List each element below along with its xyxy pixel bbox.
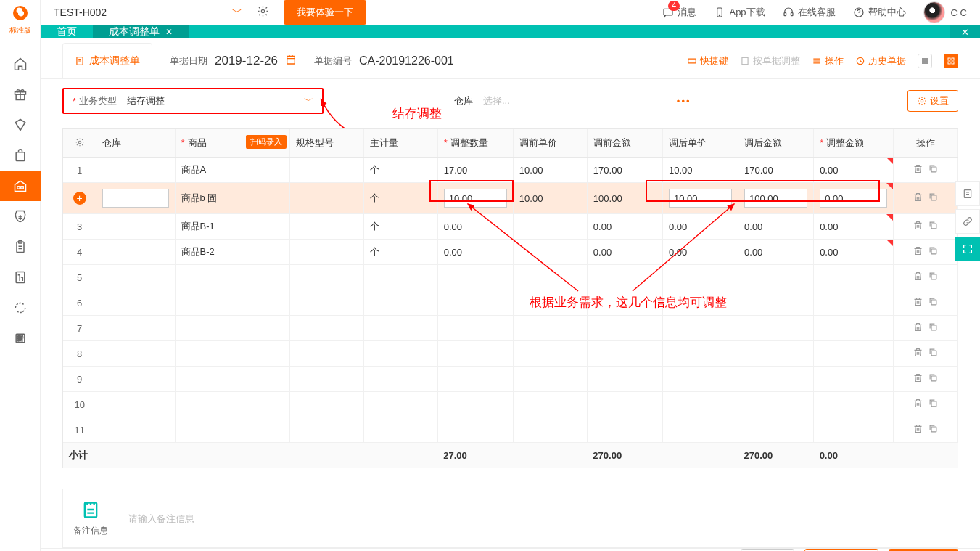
svg-rect-14	[784, 13, 786, 16]
view-list-toggle[interactable]	[918, 54, 932, 68]
gear-icon[interactable]	[257, 5, 269, 20]
svg-text:新: 新	[17, 335, 23, 342]
svg-rect-32	[931, 274, 936, 279]
list-icon	[812, 56, 822, 66]
tab-home[interactable]: 首页	[41, 25, 93, 38]
th-unit: 主计量	[363, 129, 437, 158]
post-amount-input[interactable]: 100.00	[744, 189, 807, 208]
nav-bag-icon[interactable]	[0, 140, 41, 171]
data-table: 根据业务需求，这几个信息均可调整 仓库 *商品扫码录入 规格型号 主计量 *调整…	[62, 128, 958, 468]
svg-rect-24	[948, 62, 950, 64]
copy-icon[interactable]	[928, 322, 939, 332]
table-row[interactable]: 4商品B-2个0.000.000.000.000.00	[63, 240, 958, 265]
view-grid-toggle[interactable]	[944, 54, 958, 68]
delete-icon[interactable]	[913, 163, 923, 174]
more-dots[interactable]: •••	[677, 96, 691, 107]
topbar: TEST-H002 ﹀ 我要体验一下 4 消息 App下载 在线客服 帮助中心 …	[41, 0, 980, 25]
th-qty: *调整数量	[437, 129, 513, 158]
float-link-icon[interactable]	[955, 209, 980, 234]
calendar-icon[interactable]	[285, 54, 297, 68]
copy-icon[interactable]	[928, 220, 939, 231]
delete-icon[interactable]	[913, 192, 923, 203]
delete-icon[interactable]	[913, 245, 923, 256]
table-row[interactable]: 5	[63, 265, 958, 290]
table-row[interactable]: 10	[63, 392, 958, 417]
copy-icon[interactable]	[928, 271, 939, 282]
th-spec: 规格型号	[289, 129, 363, 158]
copy-icon[interactable]	[928, 163, 939, 174]
triangle-marker	[886, 240, 893, 246]
close-icon[interactable]: ✕	[165, 27, 173, 37]
copy-icon[interactable]	[928, 372, 939, 383]
nav-new-icon[interactable]: 新	[0, 323, 41, 354]
delete-icon[interactable]	[913, 372, 923, 383]
svg-rect-38	[931, 427, 936, 432]
adj-input[interactable]: 0.00	[820, 189, 887, 208]
table-row[interactable]: 3商品B-1个0.000.000.000.000.00	[63, 214, 958, 240]
avatar[interactable]	[923, 1, 945, 23]
svg-rect-31	[931, 249, 936, 254]
svg-point-27	[78, 141, 81, 144]
nav-money-icon[interactable]	[0, 201, 41, 232]
add-row-icon[interactable]: +	[73, 192, 86, 205]
svg-rect-19	[688, 59, 696, 63]
table-row[interactable]: 11	[63, 417, 958, 443]
doc-date[interactable]: 单据日期 2019-12-26	[170, 54, 297, 68]
float-note-icon[interactable]	[955, 181, 980, 206]
table-row[interactable]: 1商品A个17.0010.00170.0010.00170.000.00	[63, 158, 958, 183]
warehouse-select[interactable]: 选择...	[483, 94, 510, 107]
business-type-select[interactable]: * 业务类型 结存调整 ﹀	[62, 88, 324, 114]
delete-icon[interactable]	[913, 398, 923, 409]
copy-icon[interactable]	[928, 245, 939, 256]
delete-icon[interactable]	[913, 220, 923, 231]
topbar-download[interactable]: App下载	[714, 6, 765, 19]
delete-icon[interactable]	[913, 271, 923, 282]
delete-icon[interactable]	[913, 423, 923, 434]
table-row[interactable]: 6	[63, 290, 958, 316]
svg-rect-28	[931, 167, 936, 172]
remark-input[interactable]	[128, 513, 947, 524]
delete-icon[interactable]	[913, 322, 923, 332]
float-expand-icon[interactable]	[955, 237, 980, 261]
tab-cost-adjust[interactable]: 成本调整单✕	[93, 25, 189, 38]
close-all-tabs[interactable]: ✕	[950, 25, 980, 38]
history-icon	[855, 56, 865, 66]
topbar-help[interactable]: 帮助中心	[853, 6, 906, 19]
ops-link[interactable]: 操作	[812, 54, 844, 68]
copy-icon[interactable]	[928, 347, 939, 358]
copy-icon[interactable]	[928, 398, 939, 409]
qty-input[interactable]: 10.00	[444, 189, 507, 208]
nav-sync-icon[interactable]	[0, 293, 41, 323]
nav-warehouse-icon[interactable]	[0, 171, 41, 201]
org-selector[interactable]: TEST-H002 ﹀	[54, 0, 242, 25]
settings-button[interactable]: 设置	[907, 90, 958, 112]
table-row[interactable]: +商品b 固个10.0010.00100.0010.00100.000.00	[63, 183, 958, 214]
wh-input[interactable]	[102, 189, 168, 208]
nav-clipboard-icon[interactable]	[0, 232, 41, 262]
copy-icon[interactable]	[928, 296, 939, 307]
table-row[interactable]: 8	[63, 341, 958, 367]
svg-rect-29	[931, 195, 936, 200]
try-button[interactable]: 我要体验一下	[284, 0, 366, 25]
topbar-messages[interactable]: 4 消息	[662, 6, 696, 19]
history-link[interactable]: 历史单据	[855, 54, 906, 68]
copy-icon[interactable]	[928, 423, 939, 434]
delete-icon[interactable]	[913, 296, 923, 307]
user-name: C C	[951, 7, 967, 18]
table-row[interactable]: 7	[63, 316, 958, 341]
shortcut-link[interactable]: 快捷键	[687, 54, 728, 68]
nav-gift-icon[interactable]	[0, 79, 41, 110]
filter-row: * 业务类型 结存调整 ﹀ 结存调整 仓库 选择... ••• 设置	[41, 79, 980, 118]
doc-number: 单据编号 CA-20191226-001	[314, 54, 454, 68]
topbar-service[interactable]: 在线客服	[783, 6, 836, 19]
nav-report-icon[interactable]	[0, 262, 41, 293]
scan-button[interactable]: 扫码录入	[246, 135, 287, 149]
th-gear[interactable]	[63, 129, 96, 158]
nav-diamond-icon[interactable]	[0, 110, 41, 140]
nav-home-icon[interactable]	[0, 49, 41, 79]
table-row[interactable]: 9	[63, 367, 958, 392]
copy-icon[interactable]	[928, 192, 939, 203]
post-price-input[interactable]: 10.00	[669, 189, 732, 208]
delete-icon[interactable]	[913, 347, 923, 358]
svg-point-13	[720, 15, 720, 15]
